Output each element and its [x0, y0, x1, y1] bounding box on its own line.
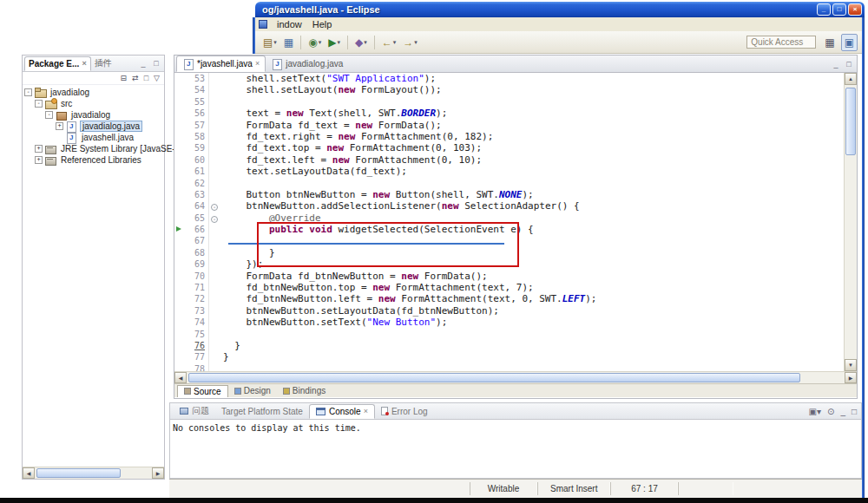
expander-icon[interactable]: -: [24, 88, 32, 96]
line-number[interactable]: 57: [183, 120, 209, 131]
annotation-ruler[interactable]: [174, 235, 183, 246]
maximize-view-icon[interactable]: □: [151, 59, 161, 68]
expander-icon[interactable]: +: [35, 156, 43, 164]
scroll-track[interactable]: [35, 467, 152, 479]
scroll-right-icon[interactable]: ▶: [845, 372, 857, 383]
code-line-56[interactable]: 56 text = new Text(shell, SWT.BORDER);: [174, 108, 844, 119]
annotation-ruler[interactable]: [174, 142, 183, 154]
fold-collapse-icon[interactable]: [211, 204, 218, 211]
close-icon[interactable]: [255, 60, 260, 68]
menu-item-indow[interactable]: indow: [272, 19, 307, 29]
code-line-61[interactable]: 61 text.setLayoutData(fd_text);: [174, 166, 844, 177]
fold-collapse-icon[interactable]: [211, 216, 218, 223]
fold-ruler[interactable]: [209, 131, 220, 142]
tree-item-javashell-java-4[interactable]: javashell.java: [23, 132, 164, 143]
annotation-ruler[interactable]: [174, 131, 183, 142]
line-number[interactable]: 65: [183, 212, 209, 224]
code-line-70[interactable]: 70 FormData fd_btnNewButton = new FormDa…: [174, 271, 844, 282]
fold-ruler[interactable]: [209, 317, 220, 328]
quick-access-input[interactable]: [746, 36, 816, 49]
tree-item-javadialog-0[interactable]: -javadialog: [23, 87, 164, 98]
fold-ruler[interactable]: [209, 329, 220, 340]
fold-ruler[interactable]: [209, 224, 220, 235]
annotation-ruler[interactable]: [174, 271, 183, 282]
line-number[interactable]: 75: [183, 329, 209, 340]
code-line-59[interactable]: 59 fd_text.top = new FormAttachment(0, 1…: [174, 142, 844, 154]
view-tab-item[interactable]: 插件: [91, 56, 115, 71]
fold-ruler[interactable]: [209, 84, 220, 95]
minimize-view-icon[interactable]: _: [840, 407, 845, 416]
code-line-54[interactable]: 54 shell.setLayout(new FormLayout());: [174, 84, 844, 95]
annotation-ruler[interactable]: [174, 178, 183, 189]
line-number[interactable]: 56: [183, 108, 209, 119]
fold-ruler[interactable]: [209, 108, 220, 119]
line-number[interactable]: 59: [183, 142, 209, 154]
scroll-left-icon[interactable]: ◀: [174, 372, 187, 383]
fold-ruler[interactable]: [209, 305, 220, 317]
fold-ruler[interactable]: [209, 96, 220, 108]
tab-source[interactable]: Source: [177, 385, 228, 397]
code-line-77[interactable]: 77}: [174, 351, 844, 363]
code-line-71[interactable]: 71 fd_btnNewButton.top = new FormAttachm…: [174, 282, 844, 293]
tree-item-referenced-libraries-6[interactable]: +Referenced Libraries: [23, 154, 164, 166]
fold-ruler[interactable]: [209, 271, 220, 282]
fold-ruler[interactable]: [209, 351, 220, 363]
save-button[interactable]: ▦: [280, 34, 297, 51]
expander-icon[interactable]: -: [35, 100, 43, 108]
open-perspective-button[interactable]: ▦: [821, 34, 838, 51]
line-number[interactable]: 54: [183, 84, 209, 95]
minimize-view-icon[interactable]: _: [831, 60, 841, 69]
fold-ruler[interactable]: [209, 282, 220, 293]
line-number[interactable]: 66: [183, 224, 209, 235]
code-line-76[interactable]: 76 }: [174, 340, 844, 351]
line-number[interactable]: 77: [183, 351, 209, 363]
fold-ruler[interactable]: [209, 73, 220, 84]
collapse-all-icon[interactable]: ⊟: [121, 75, 128, 82]
fold-ruler[interactable]: [209, 235, 220, 246]
back-button[interactable]: ←▾: [378, 34, 400, 51]
scroll-track[interactable]: [187, 372, 845, 383]
annotation-ruler[interactable]: [174, 96, 183, 108]
open-console-icon[interactable]: ▣▾: [809, 407, 821, 416]
scroll-down-icon[interactable]: ▼: [845, 359, 857, 371]
line-number[interactable]: 55: [183, 96, 209, 108]
line-number[interactable]: 53: [183, 73, 209, 84]
line-number[interactable]: 64: [183, 200, 209, 212]
fold-ruler[interactable]: [209, 363, 220, 371]
code-line-60[interactable]: 60 fd_text.left = new FormAttachment(0, …: [174, 154, 844, 166]
code-line-58[interactable]: 58 fd_text.right = new FormAttachment(0,…: [174, 131, 844, 142]
view-tab-package-e[interactable]: Package E...: [24, 56, 91, 71]
line-number[interactable]: 74: [183, 317, 209, 328]
annotation-ruler[interactable]: [174, 329, 183, 340]
tab-design[interactable]: Design: [228, 385, 277, 396]
fold-ruler[interactable]: [209, 178, 220, 189]
fold-ruler[interactable]: [209, 340, 220, 351]
code-line-63[interactable]: 63 Button btnNewButton = new Button(shel…: [174, 189, 844, 200]
minimize-view-icon[interactable]: _: [138, 59, 148, 68]
annotation-ruler[interactable]: [174, 120, 183, 131]
console-tab-console[interactable]: Console: [309, 404, 375, 419]
annotation-ruler[interactable]: [174, 282, 183, 293]
line-number[interactable]: 61: [183, 166, 209, 177]
scroll-left-icon[interactable]: ◀: [23, 467, 35, 479]
code-line-64[interactable]: 64 btnNewButton.addSelectionListener(new…: [174, 200, 844, 212]
close-icon[interactable]: [364, 408, 368, 415]
annotation-ruler[interactable]: [174, 166, 183, 177]
new-wizard-button[interactable]: ▤▾: [260, 34, 280, 51]
tab-bindings[interactable]: Bindings: [277, 385, 332, 396]
annotation-ruler[interactable]: [174, 154, 183, 166]
line-number[interactable]: 58: [183, 131, 209, 142]
fold-ruler[interactable]: [209, 189, 220, 200]
view-menu-icon[interactable]: ▽: [154, 75, 160, 82]
expander-icon[interactable]: +: [56, 122, 63, 130]
line-number[interactable]: 73: [183, 305, 209, 317]
fold-ruler[interactable]: [209, 258, 220, 270]
close-button[interactable]: ×: [848, 3, 862, 16]
scroll-thumb[interactable]: [188, 373, 800, 382]
line-number[interactable]: 78: [183, 363, 209, 371]
code-line-62[interactable]: 62: [174, 178, 844, 189]
line-number[interactable]: 70: [183, 271, 209, 282]
tree-item-javadialog-java-3[interactable]: +javadialog.java: [23, 121, 164, 132]
code-line-75[interactable]: 75: [174, 329, 844, 340]
minimize-button[interactable]: _: [817, 3, 831, 16]
